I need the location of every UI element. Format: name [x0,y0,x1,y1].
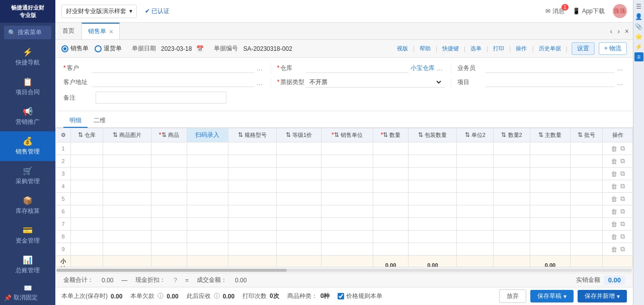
save-draft-chevron[interactable]: ▾ [564,293,567,300]
debt-label: 本单欠款 [130,292,154,300]
customer-field-group: 客户 ... [63,63,265,73]
warehouse-input[interactable] [305,63,409,73]
row-copy-9[interactable]: ⧉ [620,245,625,253]
message-button[interactable]: ✉ 消息 1 [545,7,565,16]
settings-button[interactable]: 设置 [572,42,595,55]
toolbar-btn-快捷键[interactable]: 快捷键 [439,44,462,53]
table-row: 4 🗑 ⧉ [56,180,633,193]
sidebar-item-sales[interactable]: 💰销售管理 [0,131,55,161]
radio-sales-order[interactable]: 销售单 [61,44,89,53]
row-delete-6[interactable]: 🗑 [611,208,617,215]
tab-sales-order[interactable]: 销售单 × [82,23,120,39]
table-row: 9 🗑 ⧉ [56,243,633,256]
verified-badge: ✔ 已认证 [145,7,170,16]
address-field-group: 客户地址 ... [63,78,265,87]
user-avatar[interactable]: 珠珠 [613,4,627,18]
sidebar-item-project[interactable]: 📋项目合同 [0,72,55,102]
tab-close-button[interactable]: × [623,26,631,36]
sidebar-item-quick-nav[interactable]: ⚡快捷导航 [0,42,55,72]
sidebar-item-invoice[interactable]: 🧾发票管理 [0,280,55,290]
row-delete-1[interactable]: 🗑 [611,145,617,152]
equals-icon: = [185,277,189,284]
radio-return-order[interactable]: 退货单 [95,44,122,53]
app-download-button[interactable]: 📱 App下载 [573,7,605,16]
table-row: 2 🗑 ⧉ [56,155,633,168]
toolbar-btn-选单[interactable]: 选单 [467,44,485,53]
address-picker-icon[interactable]: ... [255,79,265,87]
tab-home[interactable]: 首页 [55,23,82,39]
sidebar: 畅捷通好业财 专业版 🔍 搜索菜单 ⚡快捷导航📋项目合同📢营销推广💰销售管理🛒采… [0,0,55,305]
th-scan[interactable]: 扫码录入 [187,128,228,142]
row-copy-2[interactable]: ⧉ [620,157,625,165]
prev-balance-label: 本单上次(保存时) [61,292,108,300]
project-input[interactable] [486,78,615,87]
toolbar-btn-帮助[interactable]: 帮助 [417,44,434,53]
print-info: 打印次数 0次 [243,292,279,300]
salesman-picker-icon[interactable]: ... [615,64,625,72]
debt-icon[interactable]: ⓘ [157,292,164,300]
note-textarea[interactable] [96,92,226,104]
calendar-icon[interactable]: 📅 [196,45,204,52]
row-delete-7[interactable]: 🗑 [611,220,617,228]
row-copy-8[interactable]: ⧉ [620,233,625,241]
abandon-button[interactable]: 放弃 [499,289,526,303]
row-copy-1[interactable]: ⧉ [620,144,625,152]
toolbar-btn-操作[interactable]: 操作 [513,44,530,53]
tab-next-button[interactable]: › [615,26,622,36]
invoice-select[interactable]: 不开票 普通发票 专用发票 [307,78,443,86]
project-picker-icon[interactable]: ... [615,79,625,87]
save-new-chevron[interactable]: ▾ [617,293,620,300]
save-draft-button[interactable]: 保存草稿 ▾ [530,290,574,302]
rp-btn-1[interactable]: ☰ [634,2,643,11]
help-icon[interactable]: ? [174,277,177,284]
receivable-icon[interactable]: ⓘ [214,292,220,300]
row-copy-6[interactable]: ⧉ [620,207,625,215]
sidebar-icon-invoice: 🧾 [23,285,33,290]
company-selector[interactable]: 好业财专业版演示样套 ▾ [61,5,137,18]
search-menu-button[interactable]: 🔍 搜索菜单 [4,26,51,39]
th-qty: *⇅ 数量 [373,128,409,142]
salesman-input[interactable] [486,63,615,73]
tab-prev-button[interactable]: ‹ [608,26,614,36]
tab-2d[interactable]: 二维 [88,114,112,128]
logistics-button[interactable]: + 物流 [599,42,627,55]
save-new-button[interactable]: 保存并新增 ▾ [578,290,627,302]
row-copy-4[interactable]: ⧉ [620,182,625,190]
rp-btn-2[interactable]: 👤 [634,12,643,21]
toolbar-btn-打印[interactable]: 打印 [490,44,507,53]
price-rule-checkbox-input[interactable] [338,293,344,299]
sidebar-item-marketing[interactable]: 📢营销推广 [0,102,55,131]
row-delete-9[interactable]: 🗑 [611,246,617,253]
toolbar-btn-历史单据[interactable]: 历史单据 [536,44,564,53]
prev-balance-value: 0.00 [111,293,122,300]
warehouse-value: 小宝仓库 [411,64,435,72]
rp-btn-4[interactable]: ⭐ [634,32,643,41]
warehouse-picker-icon[interactable]: ... [435,64,445,72]
address-input[interactable] [92,78,255,87]
tab-detail[interactable]: 明细 [63,114,88,128]
row-delete-4[interactable]: 🗑 [611,183,617,190]
main-area: 好业财专业版演示样套 ▾ ✔ 已认证 ✉ 消息 1 📱 App下载 珠珠 首页 [55,0,633,305]
sidebar-pin-toggle[interactable]: 📌 取消固定 [0,290,55,305]
content-area: 销售单 退货单 单据日期 2023-03-18 📅 单据编号 SA-202303… [55,40,633,305]
customer-input[interactable] [92,63,255,73]
row-delete-2[interactable]: 🗑 [611,158,617,165]
sidebar-item-purchase[interactable]: 🛒采购管理 [0,161,55,191]
toolbar-btn-视版[interactable]: 视版 [394,44,411,53]
table-scrollbar[interactable] [55,267,633,273]
sidebar-icon-purchase: 🛒 [23,166,33,176]
rp-btn-5[interactable]: ⚡ [634,42,643,51]
rp-btn-6[interactable]: ≡ [634,52,643,61]
sidebar-item-inventory[interactable]: 📦库存核算 [0,191,55,220]
row-delete-5[interactable]: 🗑 [611,195,617,203]
row-delete-3[interactable]: 🗑 [611,170,617,178]
row-copy-3[interactable]: ⧉ [620,170,625,178]
row-copy-7[interactable]: ⧉ [620,220,625,228]
customer-picker-icon[interactable]: ... [255,64,265,72]
row-copy-5[interactable]: ⧉ [620,195,625,203]
row-delete-8[interactable]: 🗑 [611,233,617,241]
sidebar-item-accounting[interactable]: 📊总账管理 [0,250,55,280]
rp-btn-3[interactable]: 📎 [634,22,643,31]
tab-close-icon[interactable]: × [109,28,113,36]
sidebar-item-capital[interactable]: 💳资金管理 [0,220,55,250]
